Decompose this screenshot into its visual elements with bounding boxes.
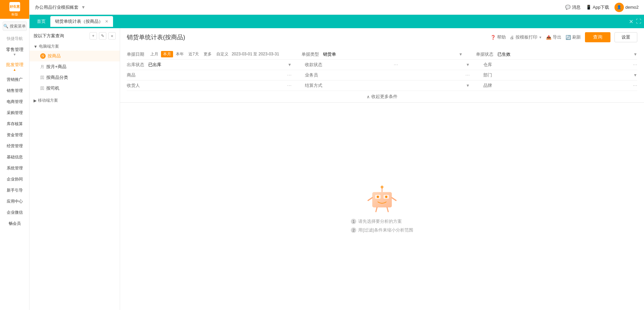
doc-status-selector[interactable]: 已生效 ▼ [497, 51, 637, 57]
warehouse-selector[interactable]: 已出库 ▼ [148, 62, 291, 68]
date-tab-last-month[interactable]: 上月 [148, 51, 160, 57]
export-button[interactable]: 📤 导出 [546, 34, 561, 40]
logo-icon: 好生意 [9, 2, 20, 11]
sales-report-tab-label: 销货单统计表（按商品） [55, 18, 103, 24]
salesperson-selector[interactable]: ··· [326, 72, 470, 78]
settlement-selector[interactable]: ▼ [326, 83, 470, 88]
message-button[interactable]: 💬 消息 [565, 4, 581, 10]
sidebar-item-member[interactable]: 畅会员 [0, 218, 30, 229]
warehouse-arrow-icon: ▼ [287, 62, 291, 67]
tab-sales-report[interactable]: 销货单统计表（按商品） ✕ [50, 16, 113, 27]
help-label: 帮助 [497, 34, 506, 40]
collapse-up-icon: ∧ [367, 94, 370, 99]
brand-label: 品牌 [483, 83, 494, 89]
topbar-right: 💬 消息 📱 App下载 👤 demo2 [565, 3, 639, 12]
tabbar: 首页 销货单统计表（按商品） ✕ ✕ ⛶ [30, 15, 644, 28]
collapse-button[interactable]: ∧ 收起更多条件 [367, 94, 397, 100]
scheme-by-driver[interactable]: 囯 按司机 [30, 83, 120, 94]
message-icon: 💬 [565, 5, 571, 10]
svg-line-9 [376, 207, 377, 212]
svg-line-8 [392, 198, 396, 200]
sidebar-item-wholesale[interactable]: 批发管理 ▲ [0, 59, 30, 74]
dept-selector[interactable]: ▼ [494, 73, 637, 78]
svg-line-10 [387, 207, 388, 212]
sidebar-item-system[interactable]: 系统管理 [0, 163, 30, 174]
quick-nav-label: 快捷导航 [3, 34, 27, 44]
filter-section: 单据日期 上月 本月 本年 近7天 更多 自定义 2023-03-01 至 20… [120, 49, 644, 102]
sidebar-item-operations[interactable]: 经营管理 [0, 141, 30, 152]
sidebar-item-sales[interactable]: 销售管理 [0, 85, 30, 96]
tip-text-1: 请先选择要分析的方案 [358, 218, 402, 224]
help-button[interactable]: ❓ 帮助 [490, 34, 506, 40]
settlement-arrow-icon: ▼ [466, 83, 470, 88]
svg-point-6 [381, 186, 383, 188]
app-download-label: App下载 [593, 4, 609, 10]
arrow-icon-retail: ▼ [13, 53, 16, 56]
page-actions: ❓ 帮助 🖨 按模板打印 ▼ 📤 导出 🔄 [490, 32, 637, 42]
date-tab-custom[interactable]: 自定义 [214, 51, 230, 57]
edit-scheme-button[interactable]: ✎ [99, 32, 106, 40]
doc-type-selector[interactable]: 销货单 ▼ [323, 51, 463, 57]
refresh-label: 刷新 [572, 34, 581, 40]
sidebar-item-inventory[interactable]: 库存核算 [0, 118, 30, 130]
app-download-button[interactable]: 📱 App下载 [586, 4, 609, 10]
svg-point-4 [385, 196, 387, 198]
left-panel-header: 按以下方案查询 + ✎ « [30, 32, 120, 42]
brand-dots-icon: ··· [633, 83, 637, 89]
date-tab-7days[interactable]: 近7天 [186, 51, 201, 57]
payment-selector[interactable]: ··· ▼ [326, 62, 470, 68]
filter-row-4: 收货人 ··· 结算方式 ▼ 品牌 ··· [127, 81, 637, 91]
left-panel-title: 按以下方案查询 [34, 33, 64, 39]
doc-status-arrow-icon: ▼ [633, 52, 637, 57]
sidebar-item-retail[interactable]: 零售管理 ▼ [0, 44, 30, 59]
sidebar-item-enterprise[interactable]: 企业协同 [0, 174, 30, 185]
sidebar-item-finance[interactable]: 资金管理 [0, 130, 30, 141]
user-profile-button[interactable]: 👤 demo2 [614, 3, 639, 12]
sidebar: 好生意 标版 🔍 搜索菜单 快捷导航 零售管理 ▼ 批发管理 ▲ 营销推广 销售… [0, 0, 30, 310]
by-category-label: 按商品分类 [46, 74, 68, 81]
sidebar-item-purchase[interactable]: 采购管理 [0, 107, 30, 118]
sidebar-item-basic[interactable]: 基础信息 [0, 152, 30, 163]
scheme-by-month-goods[interactable]: 月 按月+商品 [30, 61, 120, 72]
scheme-by-category[interactable]: 囯 按商品分类 [30, 72, 120, 83]
refresh-button[interactable]: 🔄 刷新 [566, 34, 581, 40]
tab-close-window-icon[interactable]: ✕ [629, 18, 633, 25]
mobile-scheme-title[interactable]: ▶ 移动端方案 [30, 96, 120, 105]
sidebar-item-marketing[interactable]: 营销推广 [0, 74, 30, 85]
storage-selector[interactable]: ··· [494, 62, 637, 68]
collapse-panel-button[interactable]: « [108, 32, 116, 40]
empty-state: 1 请先选择要分析的方案 2 用[过滤]条件来缩小分析范围 [120, 103, 644, 310]
right-panel: 销货单统计表(按商品) ❓ 帮助 🖨 按模板打印 ▼ 📤 [120, 28, 644, 310]
refresh-icon: 🔄 [566, 35, 571, 40]
date-tab-more[interactable]: 更多 [202, 51, 214, 57]
query-button[interactable]: 查询 [585, 32, 610, 42]
date-tab-this-year[interactable]: 本年 [174, 51, 186, 57]
goods-selector[interactable]: ··· [148, 72, 291, 78]
receiver-selector[interactable]: ··· [148, 83, 291, 89]
receiver-dots-icon: ··· [287, 83, 291, 89]
sidebar-item-appstore[interactable]: 应用中心 [0, 196, 30, 207]
tab-close-icon[interactable]: ✕ [105, 19, 108, 24]
brand-selector[interactable]: ··· [494, 83, 637, 89]
mobile-expand-icon: ▶ [34, 98, 37, 103]
desktop-scheme-title[interactable]: ▼ 电脑端方案 [30, 42, 120, 51]
date-tab-this-month[interactable]: 本月 [161, 51, 173, 57]
date-label: 单据日期 [127, 51, 148, 57]
setting-button[interactable]: 设置 [614, 32, 637, 42]
collapse-label: 收起更多条件 [371, 94, 397, 100]
main-area: 办公用品行业模拟账套 ▼ 💬 消息 📱 App下载 👤 demo2 首页 [30, 0, 644, 310]
search-menu-button[interactable]: 🔍 搜索菜单 [3, 21, 27, 31]
dropdown-arrow-icon: ▼ [81, 5, 86, 10]
empty-illustration [365, 179, 399, 213]
template-print-button[interactable]: 🖨 按模板打印 ▼ [510, 34, 542, 40]
sidebar-item-newbie[interactable]: 新手引导 [0, 185, 30, 196]
home-tab-label: 首页 [37, 18, 46, 24]
page-header-area: 销货单统计表(按商品) ❓ 帮助 🖨 按模板打印 ▼ 📤 [120, 28, 644, 103]
tab-maximize-icon[interactable]: ⛶ [636, 18, 641, 24]
sidebar-item-wechat[interactable]: 企业微信 [0, 207, 30, 218]
sidebar-item-ecommerce[interactable]: 电商管理 [0, 96, 30, 107]
tab-home[interactable]: 首页 [32, 16, 50, 27]
scheme-by-goods[interactable]: 按 按商品 [30, 51, 120, 61]
export-label: 导出 [553, 34, 561, 40]
add-scheme-button[interactable]: + [90, 32, 97, 40]
